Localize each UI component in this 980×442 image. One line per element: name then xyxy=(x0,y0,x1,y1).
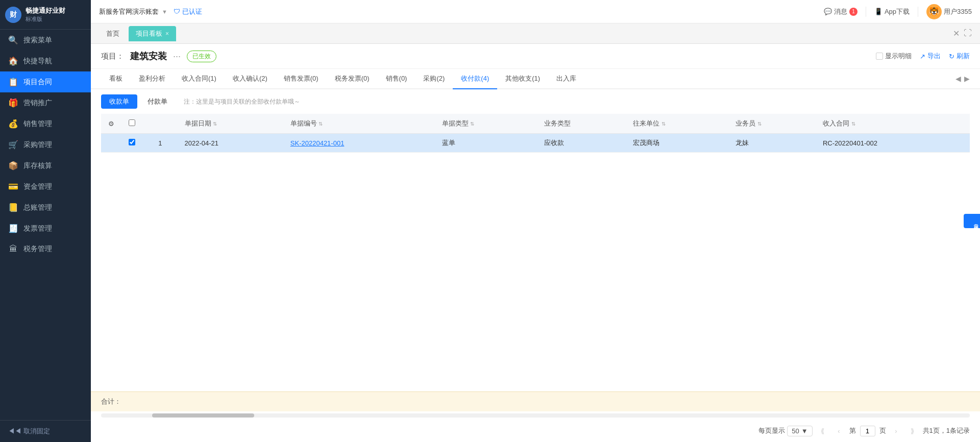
col-settings[interactable]: ⚙ xyxy=(101,114,121,134)
row-checkbox[interactable] xyxy=(129,139,135,145)
sub-nav-kanban[interactable]: 看板 xyxy=(101,69,131,89)
sidebar-unpin[interactable]: ◀◀ 取消固定 xyxy=(0,420,91,442)
col-type[interactable]: 单据类型 ⇅ xyxy=(436,114,538,134)
sidebar-item-quick-nav[interactable]: 🏠 快捷导航 xyxy=(0,51,91,71)
col-salesperson[interactable]: 业务员 ⇅ xyxy=(729,114,817,134)
sidebar-item-ledger[interactable]: 📒 总账管理 xyxy=(0,197,91,218)
select-all-checkbox[interactable] xyxy=(129,119,135,126)
content-area: 项目： 建筑安装 ··· 已生效 显示明细 ↗ 导出 ↻ 刷新 xyxy=(91,44,980,442)
row-doc-number[interactable]: SK-20220421-001 xyxy=(284,134,436,153)
sub-nav-arrows: ◀ ▶ xyxy=(955,75,970,83)
gift-icon: 🎁 xyxy=(8,98,18,108)
per-page-label: 每页显示 xyxy=(758,426,785,435)
sub-nav-sales-invoice[interactable]: 销售发票(0) xyxy=(276,69,327,89)
prev-page-button[interactable]: ‹ xyxy=(833,425,845,437)
last-page-button[interactable]: ⟫ xyxy=(906,425,919,437)
col-biz-type: 业务类型 xyxy=(538,114,627,134)
table-row[interactable]: 1 2022-04-21 SK-20220421-001 蓝单 应收款 宏茂商场… xyxy=(101,134,970,153)
tab-project-kanban[interactable]: 项目看板 × xyxy=(129,26,176,41)
next-page-button[interactable]: › xyxy=(890,425,902,437)
sort-icon-income-contract: ⇅ xyxy=(851,121,855,127)
nav-next-arrow[interactable]: ▶ xyxy=(964,75,970,83)
horizontal-scrollbar[interactable] xyxy=(91,411,980,420)
row-checkbox-cell[interactable] xyxy=(121,134,142,153)
col-partner[interactable]: 往来单位 ⇅ xyxy=(627,114,729,134)
show-detail-toggle[interactable]: 显示明细 xyxy=(876,52,912,61)
sidebar-header: 财 畅捷通好业财 标准版 xyxy=(0,0,91,30)
sidebar-item-purchase[interactable]: 🛒 采购管理 xyxy=(0,134,91,155)
message-icon: 💬 xyxy=(824,8,832,15)
first-page-button[interactable]: ⟪ xyxy=(817,425,829,437)
account-name: 新服务官网演示账套 xyxy=(99,7,159,16)
sidebar-logo: 财 xyxy=(5,7,21,23)
sub-nav-profit[interactable]: 盈利分析 xyxy=(131,69,174,89)
sidebar: 财 畅捷通好业财 标准版 🔍 搜索菜单 🏠 快捷导航 📋 项目合同 🎁 营销推广… xyxy=(0,0,91,442)
sub-nav-income-contract[interactable]: 收入合同(1) xyxy=(174,69,225,89)
sub-nav-receipt[interactable]: 收付款(4) xyxy=(453,69,497,89)
sub-navigation: 看板 盈利分析 收入合同(1) 收入确认(2) 销售发票(0) 税务发票(0) … xyxy=(91,69,980,89)
col-income-contract[interactable]: 收入合同 ⇅ xyxy=(817,114,970,134)
app-download-button[interactable]: 📱 App下载 xyxy=(874,7,910,16)
sub-nav-tax-invoice[interactable]: 税务发票(0) xyxy=(327,69,378,89)
show-detail-checkbox[interactable] xyxy=(876,53,883,60)
per-page-select[interactable]: 50 ▼ xyxy=(787,426,812,436)
sidebar-item-search[interactable]: 🔍 搜索菜单 xyxy=(0,30,91,51)
sidebar-item-funds[interactable]: 💳 资金管理 xyxy=(0,176,91,197)
more-options-icon[interactable]: ··· xyxy=(173,51,181,62)
page-size-selector: 每页显示 50 ▼ xyxy=(758,426,812,436)
project-icon: 📋 xyxy=(8,77,18,87)
tab-home[interactable]: 首页 xyxy=(99,26,127,41)
scroll-thumb[interactable] xyxy=(152,413,254,418)
table-container: ⚙ 单据日期 ⇅ 单据编号 ⇅ 单据类型 ⇅ 业务类型 往来单位 ⇅ 业务员 ⇅… xyxy=(91,114,980,391)
sidebar-item-sales[interactable]: 💰 销售管理 xyxy=(0,113,91,134)
export-button[interactable]: ↗ 导出 xyxy=(920,52,941,61)
sub-nav-sales[interactable]: 销售(0) xyxy=(378,69,415,89)
doc-hint: 注：这里是与项目关联的全部收付款单哦～ xyxy=(184,97,300,106)
sort-icon-date: ⇅ xyxy=(213,121,217,127)
nav-prev-arrow[interactable]: ◀ xyxy=(955,75,961,83)
col-date[interactable]: 单据日期 ⇅ xyxy=(179,114,284,134)
refresh-icon: ↻ xyxy=(949,53,954,60)
sidebar-item-marketing[interactable]: 🎁 营销推广 xyxy=(0,92,91,113)
close-window-icon[interactable]: ✕ xyxy=(953,29,960,38)
sub-nav-purchase[interactable]: 采购(2) xyxy=(415,69,453,89)
page-label: 第 xyxy=(849,426,856,435)
project-header: 项目： 建筑安装 ··· 已生效 显示明细 ↗ 导出 ↻ 刷新 xyxy=(91,44,980,69)
tax-icon: 🏛 xyxy=(8,244,18,254)
export-icon: ↗ xyxy=(920,53,925,60)
chevron-down-icon: ▼ xyxy=(801,427,808,435)
account-selector[interactable]: 新服务官网演示账套 ▼ xyxy=(99,7,167,16)
pagination: 每页显示 50 ▼ ⟪ ‹ 第 页 › ⟫ 共1页，1条记录 xyxy=(91,420,980,442)
sub-nav-in-out[interactable]: 出入库 xyxy=(548,69,584,89)
row-biz-type: 应收款 xyxy=(538,134,627,153)
sidebar-item-project-contract[interactable]: 📋 项目合同 xyxy=(0,71,91,92)
user-menu[interactable]: 🐯 用户3355 xyxy=(926,4,972,19)
sidebar-item-tax[interactable]: 🏛 税务管理 xyxy=(0,239,91,259)
invoice-icon: 🧾 xyxy=(8,224,18,233)
funds-icon: 💳 xyxy=(8,182,18,191)
window-controls: ✕ ⛶ xyxy=(953,29,972,38)
sort-icon-number: ⇅ xyxy=(318,121,323,127)
refresh-button[interactable]: ↻ 刷新 xyxy=(949,52,970,61)
doc-tab-receipt[interactable]: 收款单 xyxy=(101,94,137,109)
col-number[interactable]: 单据编号 ⇅ xyxy=(284,114,436,134)
sidebar-item-invoice[interactable]: 🧾 发票管理 xyxy=(0,218,91,239)
sub-nav-income-confirm[interactable]: 收入确认(2) xyxy=(225,69,276,89)
messages-button[interactable]: 💬 消息 1 xyxy=(824,7,857,16)
search-icon: 🔍 xyxy=(8,35,18,45)
divider2 xyxy=(918,7,918,17)
maximize-icon[interactable]: ⛶ xyxy=(964,29,972,38)
tab-close-icon[interactable]: × xyxy=(165,30,169,37)
feedback-button[interactable]: 意见反馈 xyxy=(964,214,980,228)
sub-nav-other-expense[interactable]: 其他收支(1) xyxy=(497,69,548,89)
sales-icon: 💰 xyxy=(8,119,18,129)
page-number-input[interactable] xyxy=(860,426,875,436)
table-header-row: ⚙ 单据日期 ⇅ 单据编号 ⇅ 单据类型 ⇅ 业务类型 往来单位 ⇅ 业务员 ⇅… xyxy=(101,114,970,134)
sidebar-item-inventory[interactable]: 📦 库存核算 xyxy=(0,155,91,176)
doc-tab-payment[interactable]: 付款单 xyxy=(139,94,176,109)
project-actions: 显示明细 ↗ 导出 ↻ 刷新 xyxy=(876,52,970,61)
row-date: 2022-04-21 xyxy=(179,134,284,153)
scroll-track xyxy=(101,413,970,418)
sidebar-subtitle: 标准版 xyxy=(26,15,65,23)
table-footer: 合计： xyxy=(91,391,980,411)
